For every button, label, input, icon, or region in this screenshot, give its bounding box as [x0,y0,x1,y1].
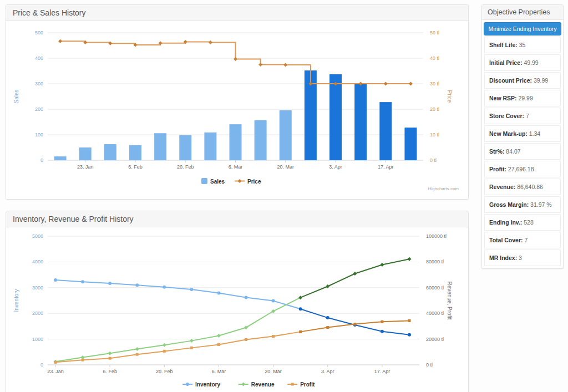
objective-properties-panel: Objective Properties Minimize Ending Inv… [481,4,564,269]
minimize-ending-inventory-button[interactable]: Minimize Ending Inventory [484,22,561,35]
property-str-: Str%: 84.07 [484,143,561,160]
svg-text:Sales: Sales [210,179,225,185]
svg-text:23. Jan: 23. Jan [77,164,94,170]
svg-text:2000: 2000 [32,310,43,316]
svg-text:3. Apr: 3. Apr [321,369,334,374]
panel-price-sales: Price & Sales History 00 tl10010 tl20020… [6,4,469,200]
svg-text:50 tl: 50 tl [430,30,439,35]
property-mr-index: MR Index: 3 [484,250,561,266]
svg-text:400: 400 [35,55,43,61]
svg-text:20 tl: 20 tl [430,106,439,112]
svg-text:Profit: Profit [300,381,315,388]
chart1-legend[interactable]: SalesPrice [201,178,261,185]
svg-text:200: 200 [35,106,43,112]
property-shelf-life: Shelf Life: 35 [484,37,561,53]
svg-text:6. Feb: 6. Feb [128,164,143,170]
property-new-rsp: New RSP: 29.99 [484,90,561,106]
svg-text:3000: 3000 [32,285,43,291]
property-gross-margin: Gross Margin: 31.97 % [484,196,561,213]
svg-text:Inventory: Inventory [13,289,19,312]
inventory-revenue-profit-chart[interactable]: 00 tl100020000 tl200040000 tl300060000 t… [6,227,468,392]
svg-text:Inventory: Inventory [195,381,220,388]
svg-text:20. Feb: 20. Feb [177,164,194,170]
svg-text:Revenue, Profit: Revenue, Profit [447,282,453,320]
svg-text:3. Apr: 3. Apr [329,164,342,170]
property-revenue: Revenue: 86,640.86 [484,179,561,195]
svg-text:20. Mar: 20. Mar [265,369,282,374]
svg-text:1000: 1000 [32,337,43,342]
svg-text:Price: Price [247,179,261,185]
svg-text:30 tl: 30 tl [430,81,439,86]
panel-inventory-revenue-profit: Inventory, Revenue & Profit History 00 t… [6,211,469,392]
svg-text:Price: Price [447,90,453,103]
property-new-mark-up: New Mark-up: 1.34 [484,125,561,142]
svg-text:500: 500 [35,30,43,35]
svg-text:20. Feb: 20. Feb [156,369,173,374]
svg-text:60000 tl: 60000 tl [426,285,444,291]
property-initial-price: Initial Price: 49.99 [484,54,561,71]
svg-text:Sales: Sales [13,89,19,103]
svg-text:100: 100 [35,132,43,138]
svg-text:0 tl: 0 tl [430,157,437,163]
property-profit: Profit: 27,696.18 [484,161,561,177]
chart2-legend[interactable]: InventoryRevenueProfit [182,381,315,388]
svg-text:23. Jan: 23. Jan [47,369,64,374]
objective-properties-title: Objective Properties [482,5,563,20]
property-ending-inv-: Ending Inv.: 528 [484,214,561,231]
svg-text:17. Apr: 17. Apr [378,164,394,170]
svg-text:6. Feb: 6. Feb [103,369,117,374]
svg-text:40 tl: 40 tl [430,55,439,61]
svg-text:Revenue: Revenue [251,381,275,388]
property-total-cover: Total Cover: 7 [484,232,561,248]
svg-text:0: 0 [40,362,43,368]
inventory-panel-title: Inventory, Revenue & Profit History [6,211,468,227]
property-discount-price: Discount Price: 39.99 [484,72,561,89]
svg-text:20000 tl: 20000 tl [426,337,444,342]
svg-text:17. Apr: 17. Apr [374,369,390,374]
svg-text:20. Mar: 20. Mar [277,164,295,170]
property-store-cover: Store Cover: 7 [484,108,561,124]
svg-text:40000 tl: 40000 tl [426,310,444,316]
svg-text:10 tl: 10 tl [430,132,439,138]
svg-text:6. Mar: 6. Mar [229,164,243,170]
highcharts-watermark: Highcharts.com [428,186,459,191]
properties-list: Shelf Life: 35Initial Price: 49.99Discou… [482,37,563,266]
svg-text:80000 tl: 80000 tl [426,259,444,264]
svg-text:6. Mar: 6. Mar [212,369,226,374]
svg-text:5000: 5000 [32,233,43,239]
svg-text:100000 tl: 100000 tl [426,233,447,239]
svg-text:4000: 4000 [32,259,43,264]
svg-text:0: 0 [40,157,43,163]
price-sales-chart[interactable]: 00 tl10010 tl20020 tl30030 tl40040 tl500… [6,21,468,198]
price-sales-panel-title: Price & Sales History [6,5,468,21]
svg-text:0 tl: 0 tl [426,362,433,368]
svg-text:300: 300 [35,81,43,86]
